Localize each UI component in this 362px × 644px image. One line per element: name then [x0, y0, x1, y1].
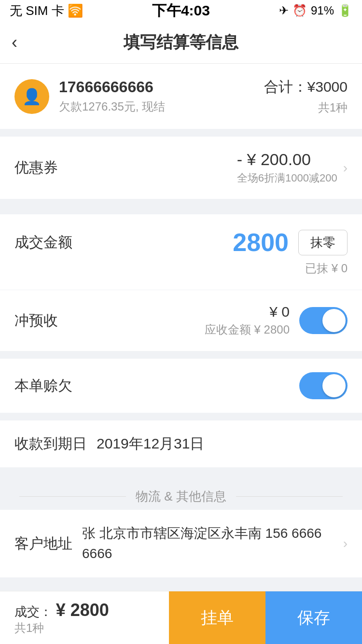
- prereceive-amount: ¥ 0: [205, 304, 290, 320]
- amount-sub-text: 已抹 ¥ 0: [14, 261, 348, 276]
- duedate-row: 收款到期日 2019年12月31日: [14, 434, 348, 454]
- debt-label: 本单赊欠: [14, 376, 72, 396]
- avatar-icon: 👤: [22, 87, 42, 106]
- amount-row: 成交金额 2800 抹零: [14, 228, 348, 257]
- coupon-desc: 全场6折满1000减200: [237, 171, 337, 185]
- coupon-label: 优惠券: [14, 158, 58, 178]
- section-separator-3: [0, 475, 362, 483]
- status-bar: 无 SIM 卡 🛜 下午4:03 ✈ ⏰ 91% 🔋: [0, 0, 362, 21]
- amount-value-group: 2800 抹零: [233, 228, 348, 257]
- debt-toggle-knob: [322, 374, 346, 397]
- amount-section: 成交金额 2800 抹零 已抹 ¥ 0: [0, 214, 362, 290]
- save-button[interactable]: 保存: [265, 591, 362, 644]
- debt-toggle[interactable]: [299, 372, 348, 399]
- amount-value: 2800: [233, 228, 289, 257]
- customer-info: 17666666666 欠款1276.35元, 现结: [59, 78, 165, 114]
- customer-right: 合计：¥3000 共1种: [264, 77, 348, 115]
- chevron-right-icon: ›: [343, 160, 348, 176]
- bottom-summary: 成交： ¥ 2800 共1种: [0, 600, 169, 636]
- hold-button[interactable]: 挂单: [169, 591, 265, 644]
- main-content: 👤 17666666666 欠款1276.35元, 现结 合计：¥3000 共1…: [0, 64, 362, 644]
- coupon-row[interactable]: 优惠券 - ¥ 200.00 全场6折满1000减200 ›: [0, 137, 362, 199]
- customer-left: 👤 17666666666 欠款1276.35元, 现结: [14, 78, 165, 114]
- bottom-deal-label: 成交：: [14, 604, 52, 619]
- bottom-bar: 成交： ¥ 2800 共1种 挂单 保存: [0, 591, 362, 644]
- round-button[interactable]: 抹零: [298, 230, 348, 255]
- order-total: 合计：¥3000: [264, 77, 348, 97]
- section-separator-1: [0, 207, 362, 214]
- avatar: 👤: [14, 79, 49, 114]
- customer-card: 👤 17666666666 欠款1276.35元, 现结 合计：¥3000 共1…: [0, 64, 362, 129]
- status-time: 下午4:03: [152, 1, 210, 21]
- customer-phone: 17666666666: [59, 78, 165, 96]
- section-separator-2: [0, 351, 362, 359]
- coupon-right: - ¥ 200.00 全场6折满1000减200 ›: [237, 150, 348, 185]
- battery-level: 91%: [311, 4, 334, 17]
- prereceive-right: ¥ 0 应收金额 ¥ 2800: [205, 304, 348, 337]
- coupon-amount: - ¥ 200.00: [237, 150, 337, 169]
- nav-bar: ‹ 填写结算等信息: [0, 21, 362, 64]
- debt-section: 本单赊欠: [0, 359, 362, 413]
- prereceive-value-group: ¥ 0 应收金额 ¥ 2800: [205, 304, 290, 337]
- battery-icon: 🔋: [338, 4, 352, 17]
- duedate-value: 2019年12月31日: [97, 434, 204, 454]
- logistics-separator: 物流 & 其他信息: [0, 483, 362, 510]
- prereceive-sub-text: 应收金额 ¥ 2800: [205, 322, 290, 337]
- address-value: 张 北京市市辖区海淀区永丰南 156 6666 6666: [82, 523, 334, 564]
- prereceive-toggle[interactable]: [299, 307, 348, 334]
- page-title: 填写结算等信息: [124, 31, 238, 54]
- alarm-icon: ⏰: [292, 4, 307, 17]
- prereceive-section: 冲预收 ¥ 0 应收金额 ¥ 2800: [0, 290, 362, 351]
- logistics-sep-text: 物流 & 其他信息: [126, 488, 236, 505]
- prereceive-label: 冲预收: [14, 311, 58, 331]
- address-section[interactable]: 客户地址 张 北京市市辖区海淀区永丰南 156 6666 6666 ›: [0, 510, 362, 577]
- sim-status: 无 SIM 卡 🛜: [10, 2, 83, 19]
- duedate-label: 收款到期日: [14, 434, 87, 454]
- status-left: 无 SIM 卡 🛜: [10, 2, 83, 19]
- bottom-deal-count: 共1种: [14, 620, 154, 636]
- bottom-deal-amount: ¥ 2800: [56, 600, 109, 620]
- customer-debt: 欠款1276.35元, 现结: [59, 99, 165, 114]
- location-icon: ✈: [279, 4, 289, 17]
- back-button[interactable]: ‹: [12, 32, 17, 53]
- address-chevron-icon: ›: [343, 536, 348, 551]
- toggle-knob: [322, 309, 346, 332]
- address-label: 客户地址: [14, 534, 72, 554]
- prereceive-row: 冲预收 ¥ 0 应收金额 ¥ 2800: [14, 304, 348, 337]
- status-right: ✈ ⏰ 91% 🔋: [279, 4, 352, 17]
- order-count: 共1种: [264, 100, 348, 115]
- amount-label: 成交金额: [14, 233, 72, 252]
- duedate-section: 收款到期日 2019年12月31日: [0, 420, 362, 467]
- bottom-deal-row: 成交： ¥ 2800: [14, 600, 154, 620]
